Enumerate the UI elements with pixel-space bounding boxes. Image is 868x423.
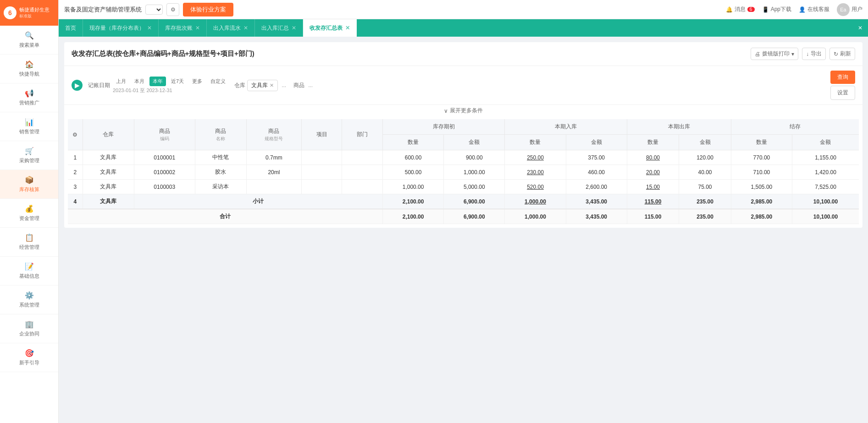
row-out-qty[interactable]: 15.00 xyxy=(627,180,679,194)
top-bar-left: 装备及固定资产辅助管理系统 ⚙ 体验行业方案 xyxy=(64,3,233,16)
total-close-amt: 10,100.00 xyxy=(792,209,859,224)
gear-button[interactable]: ⚙ xyxy=(166,3,179,16)
expand-more-button[interactable]: ∨ 展开更多条件 xyxy=(444,107,483,115)
warehouse-tag[interactable]: 文具库 ✕ xyxy=(247,80,278,91)
gear-icon: ⚙️ xyxy=(25,291,34,300)
sidebar-item-finance[interactable]: 💰 资金管理 xyxy=(0,199,58,228)
query-button[interactable]: 查询 xyxy=(830,71,855,84)
tab-bar: 首页 现存量（库存分布表） ✕ 库存批次账 ✕ 出入库流水 ✕ 出入库汇总 ✕ … xyxy=(59,19,868,37)
filter-area: ▶ 记账日期 上月 本月 本年 近7天 更多 自定义 xyxy=(64,66,862,105)
date-btn-7days[interactable]: 近7天 xyxy=(168,77,187,86)
goods-label: 商品 xyxy=(293,82,304,89)
sidebar-item-guide[interactable]: 🎯 新手引导 xyxy=(0,343,58,372)
warehouse-tag-close[interactable]: ✕ xyxy=(270,82,274,88)
tab-stock-dist-label: 现存量（库存分布表） xyxy=(89,24,144,32)
subtotal-no: 4 xyxy=(68,194,83,209)
warehouse-label: 仓库 xyxy=(234,82,245,89)
col-dept-header: 部门 xyxy=(342,119,383,150)
refresh-button[interactable]: ↻ 刷新 xyxy=(829,48,855,60)
sidebar-item-purchase[interactable]: 🛒 采购管理 xyxy=(0,141,58,170)
date-btn-last-month[interactable]: 上月 xyxy=(113,77,129,86)
message-item[interactable]: 🔔 消息 6 xyxy=(726,5,755,13)
sidebar-item-label: 基础信息 xyxy=(19,273,39,280)
tab-bar-close[interactable]: ✕ xyxy=(852,19,868,37)
export-button[interactable]: ↓ 导出 xyxy=(802,48,826,60)
subtotal-in-qty[interactable]: 1,000.00 xyxy=(505,194,566,209)
col-settings-header[interactable]: ⚙ xyxy=(68,119,83,150)
print-button[interactable]: 🖨 拨镜版打印 ▾ xyxy=(751,48,798,60)
cart-icon: 🛒 xyxy=(25,147,34,155)
row-in-qty[interactable]: 230.00 xyxy=(505,165,566,180)
tab-stock-dist-close[interactable]: ✕ xyxy=(147,25,152,31)
tab-recv-send-summary[interactable]: 收发存汇总表 ✕ xyxy=(303,19,357,37)
col-project-header: 项目 xyxy=(301,119,342,150)
tab-in-out-summary[interactable]: 出入库汇总 ✕ xyxy=(255,19,303,37)
sidebar-item-operations[interactable]: 📋 经营管理 xyxy=(0,228,58,257)
sidebar-item-quick-nav[interactable]: 🏠 快捷导航 xyxy=(0,55,58,83)
print-icon: 🖨 xyxy=(755,51,760,57)
tab-batch[interactable]: 库存批次账 ✕ xyxy=(159,19,207,37)
chevron-down-icon: ∨ xyxy=(444,108,448,114)
tab-stock-dist[interactable]: 现存量（库存分布表） ✕ xyxy=(83,19,159,37)
sidebar-item-label: 新手引导 xyxy=(19,359,39,366)
tab-recv-send-summary-close[interactable]: ✕ xyxy=(345,25,350,31)
download-icon: 📱 xyxy=(762,6,769,13)
warehouse-dots[interactable]: ... xyxy=(280,82,288,88)
date-btn-custom[interactable]: 自定义 xyxy=(207,77,229,86)
filter-settings-button[interactable]: 设置 xyxy=(830,86,855,100)
date-btn-more[interactable]: 更多 xyxy=(189,77,205,86)
row-close-qty: 710.00 xyxy=(731,165,792,180)
subtotal-out-qty[interactable]: 115.00 xyxy=(627,194,679,209)
row-out-qty[interactable]: 80.00 xyxy=(627,150,679,165)
system-select[interactable] xyxy=(145,5,163,15)
goods-dots[interactable]: ... xyxy=(306,82,315,88)
date-btn-this-year[interactable]: 本年 xyxy=(149,77,166,86)
sidebar-item-system[interactable]: ⚙️ 系统管理 xyxy=(0,286,58,314)
system-title: 装备及固定资产辅助管理系统 xyxy=(64,5,142,14)
row-in-qty[interactable]: 520.00 xyxy=(505,180,566,194)
tab-home[interactable]: 首页 xyxy=(59,19,83,37)
row-goods-spec: 20ml xyxy=(246,165,301,180)
message-badge: 6 xyxy=(747,7,755,12)
app-download-label: App下载 xyxy=(771,5,791,13)
sidebar-item-label: 系统管理 xyxy=(19,302,39,308)
online-service-item[interactable]: 👤 在线客服 xyxy=(799,5,829,13)
subtotal-in-amt: 3,435.00 xyxy=(566,194,627,209)
page-actions: 🖨 拨镜版打印 ▾ ↓ 导出 ↻ 刷新 xyxy=(751,48,855,60)
row-dept xyxy=(342,150,383,165)
tab-batch-close[interactable]: ✕ xyxy=(195,25,200,31)
trial-button[interactable]: 体验行业方案 xyxy=(183,3,233,16)
row-out-qty[interactable]: 20.00 xyxy=(627,165,679,180)
tab-in-out-flow-close[interactable]: ✕ xyxy=(243,25,248,31)
row-no: 1 xyxy=(68,150,83,165)
row-open-amt: 1,000.00 xyxy=(444,165,505,180)
row-out-amt: 75.00 xyxy=(679,180,731,194)
subtotal-row: 4 文具库 小计 2,100.00 6,900.00 1,000.00 3,43… xyxy=(68,194,859,209)
row-goods-name: 胶水 xyxy=(195,165,246,180)
sub-in-amt: 金额 xyxy=(566,135,627,150)
sidebar-item-enterprise[interactable]: 🏢 企业协同 xyxy=(0,314,58,343)
user-item[interactable]: Ea 用户 xyxy=(837,3,862,16)
tab-in-out-flow[interactable]: 出入库流水 ✕ xyxy=(207,19,255,37)
total-row: 合计 2,100.00 6,900.00 1,000.00 3,435.00 1… xyxy=(68,209,859,224)
row-open-qty: 500.00 xyxy=(382,165,443,180)
sidebar-item-base-info[interactable]: 📝 基础信息 xyxy=(0,257,58,286)
date-btn-this-month[interactable]: 本月 xyxy=(131,77,148,86)
sub-close-amt: 金额 xyxy=(792,135,859,150)
total-out-amt: 235.00 xyxy=(679,209,731,224)
sidebar-item-sales[interactable]: 📊 销售管理 xyxy=(0,112,58,141)
total-open-amt: 6,900.00 xyxy=(444,209,505,224)
sidebar-item-label: 资金管理 xyxy=(19,215,39,222)
tab-batch-label: 库存批次账 xyxy=(165,24,193,32)
sidebar-item-search[interactable]: 🔍 搜索菜单 xyxy=(0,26,58,55)
top-bar-right: 🔔 消息 6 📱 App下载 👤 在线客服 Ea 用户 xyxy=(726,3,862,16)
tab-in-out-summary-close[interactable]: ✕ xyxy=(292,25,296,31)
online-service-label: 在线客服 xyxy=(807,5,829,13)
row-in-qty[interactable]: 250.00 xyxy=(505,150,566,165)
megaphone-icon: 📢 xyxy=(25,89,34,98)
building-icon: 🏢 xyxy=(25,320,34,329)
filter-expand-button[interactable]: ▶ xyxy=(72,80,83,91)
sidebar-item-marketing[interactable]: 📢 营销推广 xyxy=(0,83,58,112)
sidebar-item-inventory[interactable]: 📦 库存核算 xyxy=(0,170,58,199)
app-download-item[interactable]: 📱 App下载 xyxy=(762,5,791,13)
